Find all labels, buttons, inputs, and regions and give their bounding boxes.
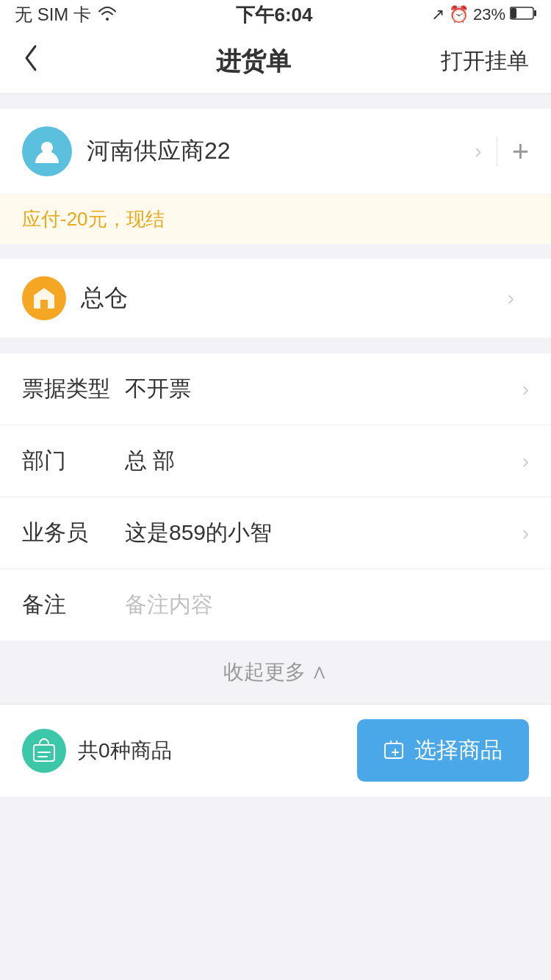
location-icon: ↗ <box>431 5 444 24</box>
status-time: 下午6:04 <box>236 2 312 28</box>
collapse-button[interactable]: 收起更多 ∧ <box>0 641 551 704</box>
warehouse-row[interactable]: 总仓 › <box>0 259 551 339</box>
product-icon <box>22 729 66 773</box>
add-button[interactable]: + <box>512 135 529 168</box>
salesperson-row[interactable]: 业务员 这是859的小智 › <box>0 497 551 569</box>
select-product-button[interactable]: 选择商品 <box>357 719 529 782</box>
department-label: 部门 <box>22 446 110 476</box>
warehouse-name: 总仓 <box>81 282 508 314</box>
status-right: ↗ ⏰ 23% <box>431 5 536 24</box>
salesperson-chevron-icon: › <box>522 522 529 545</box>
open-pending-button[interactable]: 打开挂单 <box>441 46 529 76</box>
collapse-label: 收起更多 ∧ <box>223 660 328 683</box>
department-chevron-icon: › <box>522 450 529 473</box>
invoice-type-row[interactable]: 票据类型 不开票 › <box>0 353 551 425</box>
battery-icon <box>510 5 536 24</box>
department-row[interactable]: 部门 总 部 › <box>0 425 551 497</box>
supplier-chevron-icon: › <box>475 140 481 163</box>
department-value: 总 部 <box>110 446 522 476</box>
svg-rect-2 <box>511 8 516 18</box>
nav-bar: 进货单 打开挂单 <box>0 29 551 94</box>
invoice-type-value: 不开票 <box>110 374 522 404</box>
product-count: 共0种商品 <box>78 737 357 765</box>
svg-rect-8 <box>385 743 403 758</box>
back-button[interactable] <box>22 43 66 79</box>
notice-banner: 应付-20元，现结 <box>0 195 551 244</box>
wifi-icon <box>97 4 118 25</box>
battery-text: 23% <box>473 5 505 24</box>
salesperson-value: 这是859的小智 <box>110 518 522 548</box>
remark-label: 备注 <box>22 590 110 620</box>
section-gap-3 <box>0 339 551 353</box>
invoice-type-label: 票据类型 <box>22 374 110 404</box>
supplier-card: 河南供应商22 › + 应付-20元，现结 <box>0 109 551 244</box>
main-content: 河南供应商22 › + 应付-20元，现结 总仓 › 票据类型 不开 <box>0 94 551 980</box>
bottom-bar: 共0种商品 选择商品 <box>0 704 551 796</box>
section-gap-1 <box>0 94 551 109</box>
invoice-type-chevron-icon: › <box>522 378 529 401</box>
remark-row[interactable]: 备注 备注内容 <box>0 569 551 641</box>
salesperson-label: 业务员 <box>22 518 110 548</box>
svg-rect-1 <box>534 10 536 16</box>
page-title: 进货单 <box>216 45 291 79</box>
status-bar: 无 SIM 卡 下午6:04 ↗ ⏰ 23% <box>0 0 551 29</box>
svg-rect-4 <box>40 300 48 309</box>
warehouse-icon <box>22 276 66 320</box>
warehouse-card: 总仓 › <box>0 259 551 339</box>
supplier-avatar <box>22 126 72 176</box>
form-card: 票据类型 不开票 › 部门 总 部 › 业务员 这是859的小智 › 备注 备注… <box>0 353 551 641</box>
alarm-icon: ⏰ <box>449 5 469 24</box>
supplier-name: 河南供应商22 <box>87 135 475 167</box>
warehouse-chevron-icon: › <box>508 287 514 310</box>
notice-text: 应付-20元，现结 <box>22 208 165 230</box>
vertical-divider <box>497 137 497 166</box>
select-product-label: 选择商品 <box>414 735 503 765</box>
section-gap-2 <box>0 244 551 259</box>
supplier-row[interactable]: 河南供应商22 › + <box>0 109 551 195</box>
remark-input[interactable]: 备注内容 <box>110 590 529 620</box>
sim-text: 无 SIM 卡 <box>15 3 91 26</box>
status-left: 无 SIM 卡 <box>15 3 118 26</box>
